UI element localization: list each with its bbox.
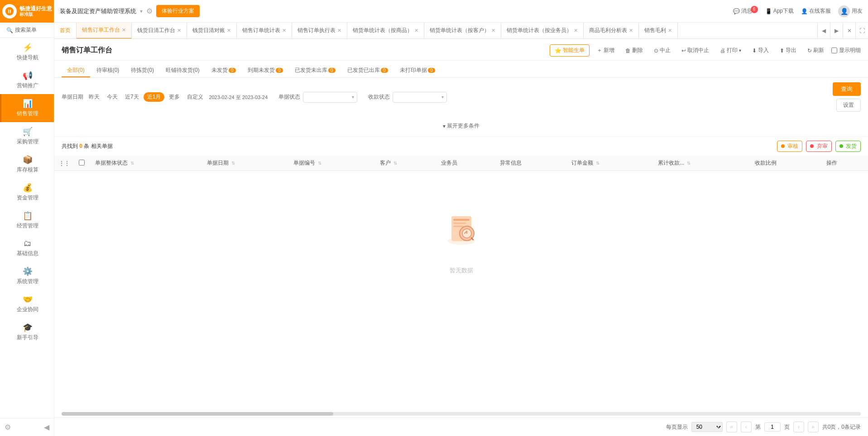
settings-btn[interactable]: ⚙ [146, 7, 153, 15]
tab-scroll-left[interactable]: ◀ [817, 23, 830, 39]
export-button[interactable]: ⬆ 导出 [776, 45, 800, 56]
date-btn-today[interactable]: 今天 [104, 92, 120, 102]
scrollbar-thumb[interactable] [62, 412, 333, 416]
set-button[interactable]: 设置 [836, 99, 861, 112]
sidebar-item-finance[interactable]: 💰 资金管理 [0, 178, 54, 206]
sidebar-item-inventory[interactable]: 📦 库存核算 [0, 150, 54, 178]
tab-daily-clear[interactable]: 钱货日清工作台 ✕ [132, 23, 187, 39]
tab-close-daily-reconcile[interactable]: ✕ [227, 28, 231, 33]
stop-button[interactable]: ⊙ 中止 [650, 45, 674, 56]
delete-button[interactable]: 🗑 删除 [622, 45, 647, 56]
dropdown-icon[interactable]: ▾ [140, 8, 143, 14]
tab-close-daily-clear[interactable]: ✕ [177, 28, 181, 33]
tab-close-sales-gross[interactable]: ✕ [668, 28, 672, 33]
subtab-unshipped[interactable]: 未发货0 [206, 64, 241, 77]
sidebar-item-ops[interactable]: 📋 经营管理 [0, 206, 54, 234]
sidebar-item-marketing[interactable]: 📢 营销推广 [0, 66, 54, 94]
message-action[interactable]: 💬 消息 6 [733, 7, 758, 15]
subtab-pending-pick[interactable]: 待拣货(0) [125, 64, 159, 77]
tab-home[interactable]: 首页 [54, 23, 77, 39]
subtab-wangpu-pending[interactable]: 旺铺待发货(0) [160, 64, 205, 77]
settings-icon[interactable]: ⚙ [5, 423, 11, 431]
subtab-all[interactable]: 全部(0) [62, 64, 90, 77]
tab-close-sales-by-product[interactable]: ✕ [414, 28, 418, 33]
experience-button[interactable]: 体验行业方案 [156, 5, 200, 17]
page-prev-btn[interactable]: ‹ [741, 422, 752, 432]
payment-select[interactable] [393, 92, 447, 103]
sidebar-item-sales[interactable]: 📊 销售管理 [0, 94, 54, 122]
svg-rect-4 [453, 226, 463, 227]
tab-close-sales-by-staff[interactable]: ✕ [574, 28, 578, 33]
tab-close-sales-stats[interactable]: ✕ [282, 28, 286, 33]
tab-close-profit-analysis[interactable]: ✕ [629, 28, 633, 33]
show-detail-checkbox[interactable] [831, 47, 837, 53]
subtab-unprinted[interactable]: 未打印单据0 [394, 64, 441, 77]
query-button[interactable]: 查询 [833, 82, 861, 96]
page-number-input[interactable] [764, 422, 781, 431]
sort-icon-customer[interactable]: ⇅ [393, 161, 397, 166]
new-button[interactable]: ＋ 新增 [593, 45, 618, 56]
sidebar-item-system[interactable]: ⚙️ 系统管理 [0, 262, 54, 290]
date-btn-yesterday[interactable]: 昨天 [86, 92, 102, 102]
sort-icon-number[interactable]: ⇅ [318, 161, 321, 166]
per-page-select[interactable]: 10 20 50 100 [691, 422, 723, 432]
print-button[interactable]: 🖨 打印 ▾ [716, 45, 745, 56]
tab-close-all[interactable]: ✕ [843, 23, 855, 39]
tab-daily-reconcile[interactable]: 钱货日清对账 ✕ [187, 23, 237, 39]
date-btn-more[interactable]: 更多 [166, 92, 182, 102]
cancel-stop-icon: ↩ [681, 47, 686, 54]
app-download-action[interactable]: 📱 App下载 [765, 7, 794, 15]
tab-scroll-right[interactable]: ▶ [830, 23, 843, 39]
select-all-checkbox[interactable] [79, 160, 85, 166]
tab-maximize[interactable]: ⛶ [855, 23, 868, 39]
page-next-btn[interactable]: › [793, 422, 804, 432]
date-btn-1month[interactable]: 近1月 [144, 92, 165, 102]
status-select[interactable] [303, 92, 357, 103]
tab-close-sales-workbench[interactable]: ✕ [122, 27, 126, 33]
page-last-btn[interactable]: » [808, 422, 819, 432]
import-button[interactable]: ⬇ 导入 [748, 45, 772, 56]
empty-state: 暂无数据 [54, 171, 868, 311]
refresh-button[interactable]: ↻ 刷新 [804, 45, 828, 56]
sidebar-item-guide[interactable]: 🎓 新手引导 [0, 318, 54, 346]
header-actions: 💬 消息 6 📱 App下载 👤 在线客服 👤 用友 [733, 5, 863, 17]
collapse-icon[interactable]: ◀ [44, 423, 49, 431]
sidebar-item-basic[interactable]: 🗂 基础信息 [0, 234, 54, 262]
expand-conditions-btn[interactable]: ▾ 展开更多条件 [437, 120, 485, 132]
date-btn-custom[interactable]: 自定义 [184, 92, 206, 102]
online-service-action[interactable]: 👤 在线客服 [801, 7, 831, 15]
sidebar-item-quick-nav[interactable]: ⚡ 快捷导航 [0, 38, 54, 66]
tab-sales-exec[interactable]: 销售订单执行表 ✕ [292, 23, 347, 39]
tab-sales-by-product[interactable]: 销货单统计表（按商品） ✕ [347, 23, 424, 39]
review-button[interactable]: 审核 [777, 141, 802, 152]
tab-close-sales-by-customer[interactable]: ✕ [491, 28, 495, 33]
reject-button[interactable]: 弃审 [806, 141, 831, 152]
subtab-pending-review[interactable]: 待审核(0) [91, 64, 125, 77]
tab-sales-stats[interactable]: 销售订单统计表 ✕ [237, 23, 292, 39]
subtab-shipped-outstocked[interactable]: 已发货已出库0 [342, 64, 393, 77]
sort-icon-date[interactable]: ⇅ [231, 161, 235, 166]
th-ratio: 收款比例 [750, 156, 822, 171]
horizontal-scrollbar[interactable] [62, 412, 861, 416]
search-menu[interactable]: 🔍 搜索菜单 [0, 23, 54, 38]
sort-icon-amount[interactable]: ⇅ [596, 161, 599, 166]
cancel-stop-button[interactable]: ↩ 取消中止 [678, 45, 713, 56]
ship-button[interactable]: 发货 [835, 141, 861, 152]
user-info[interactable]: 👤 用友 [838, 5, 863, 17]
sidebar-item-collab[interactable]: 🤝 企业协同 [0, 290, 54, 318]
tab-profit-analysis[interactable]: 商品毛利分析表 ✕ [584, 23, 639, 39]
page-first-btn[interactable]: « [726, 422, 737, 432]
smart-generate-button[interactable]: ⭐ 智能生单 [550, 44, 590, 57]
tab-sales-gross[interactable]: 销售毛利 ✕ [639, 23, 678, 39]
tab-sales-by-customer[interactable]: 销货单统计表（按客户） ✕ [424, 23, 501, 39]
subtab-overdue-unshipped[interactable]: 到期未发货0 [242, 64, 288, 77]
sort-icon-status[interactable]: ⇅ [130, 161, 134, 166]
subtab-shipped-not-outstocked[interactable]: 已发货未出库0 [289, 64, 341, 77]
date-btn-7days[interactable]: 近7天 [122, 92, 142, 102]
tab-close-sales-exec[interactable]: ✕ [337, 28, 341, 33]
sort-icon-cumulative[interactable]: ⇅ [687, 161, 691, 166]
tab-sales-by-staff[interactable]: 销货单统计表（按业务员） ✕ [501, 23, 584, 39]
tab-sales-workbench[interactable]: 销售订单工作台 ✕ [77, 23, 132, 39]
sidebar-item-purchase[interactable]: 🛒 采购管理 [0, 122, 54, 150]
page-actions: ⭐ 智能生单 ＋ 新增 🗑 删除 ⊙ 中止 [550, 44, 861, 57]
